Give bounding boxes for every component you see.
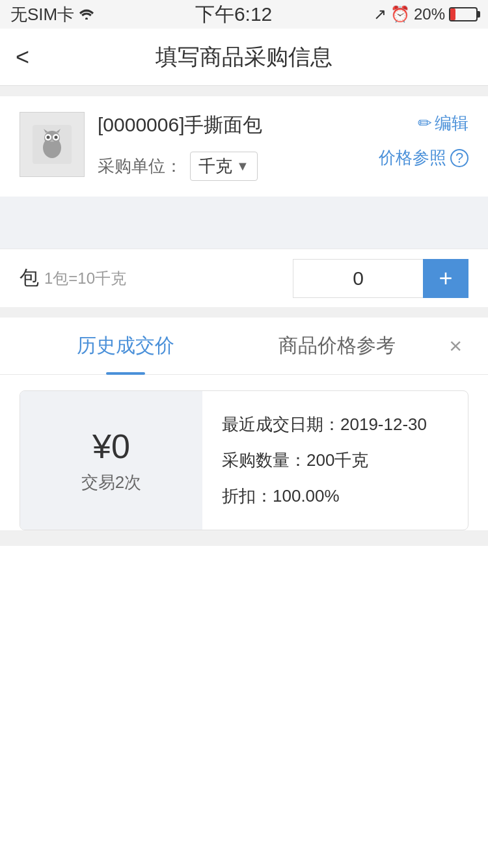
tab-product-price-ref[interactable]: 商品价格参考: [231, 318, 442, 375]
unit-quantity-row: 包 1包=10千克 +: [0, 249, 488, 307]
edit-icon: ✏: [418, 113, 432, 133]
svg-point-7: [55, 136, 58, 139]
purchase-unit-label: 采购单位：: [98, 155, 182, 178]
quantity-controls: +: [293, 259, 468, 298]
product-image: [20, 112, 85, 177]
page-title: 填写商品采购信息: [156, 42, 332, 72]
transaction-card: ¥0 交易2次 最近成交日期：2019-12-30 采购数量：200千克 折扣：…: [20, 390, 468, 530]
battery-text: 20%: [414, 5, 445, 23]
product-card: [0000006]手撕面包 采购单位： 千克 ▼ ✏ 编辑 价格参照 ?: [0, 96, 488, 197]
purchase-qty-row: 采购数量：200千克: [222, 448, 448, 473]
unit-conversion: 1包=10千克: [44, 268, 126, 289]
wifi-icon: [79, 9, 94, 20]
help-icon: ?: [450, 149, 468, 167]
transaction-details: 最近成交日期：2019-12-30 采购数量：200千克 折扣：100.00%: [202, 391, 468, 530]
header: < 填写商品采购信息: [0, 29, 488, 86]
status-time: 下午6:12: [195, 1, 272, 28]
svg-point-0: [85, 18, 88, 20]
svg-point-6: [47, 136, 50, 139]
quantity-input[interactable]: [293, 259, 423, 298]
tabs-header: 历史成交价 商品价格参考 ×: [0, 318, 488, 375]
transaction-price-area: ¥0 交易2次: [20, 391, 202, 530]
recent-date-row: 最近成交日期：2019-12-30: [222, 412, 448, 437]
alarm-icon: ⏰: [390, 5, 410, 23]
tabs-section: 历史成交价 商品价格参考 × ¥0 交易2次 最近成交日期：2019-12-30…: [0, 318, 488, 530]
product-name: [0000006]手撕面包: [98, 112, 262, 139]
unit-select[interactable]: 千克 ▼: [190, 152, 258, 181]
discount-row: 折扣：100.00%: [222, 483, 448, 509]
price-reference-button[interactable]: 价格参照 ?: [379, 146, 468, 169]
status-bar: 无SIM卡 下午6:12 ↗ ⏰ 20%: [0, 0, 488, 29]
unit-label: 包 1包=10千克: [20, 265, 126, 292]
transaction-price: ¥0: [92, 427, 130, 466]
status-right: ↗ ⏰ 20%: [373, 5, 478, 23]
quantity-section: [0, 197, 488, 249]
tab-history-price[interactable]: 历史成交价: [20, 318, 231, 375]
back-button[interactable]: <: [16, 44, 29, 71]
battery-icon: [449, 7, 478, 21]
status-carrier: 无SIM卡: [10, 3, 94, 26]
dropdown-arrow-icon: ▼: [236, 159, 249, 174]
tab-close-button[interactable]: ×: [442, 327, 468, 365]
edit-button[interactable]: ✏ 编辑: [418, 112, 468, 135]
product-thumbnail: [33, 125, 72, 164]
transaction-count: 交易2次: [81, 471, 141, 494]
bottom-area: [0, 546, 488, 868]
location-icon: ↗: [373, 5, 386, 23]
quantity-plus-button[interactable]: +: [423, 259, 468, 298]
unit-char: 包: [20, 265, 39, 292]
